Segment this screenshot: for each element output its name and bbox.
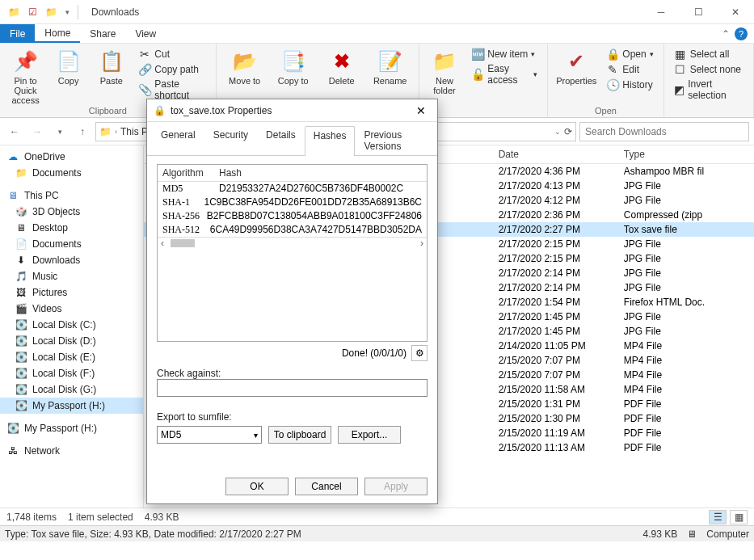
invert-selection-button[interactable]: ◩Invert selection <box>671 78 747 102</box>
hash-row[interactable]: SHA-11C9BC38FA954DD26FE001DD72B35A68913B… <box>158 196 427 209</box>
sidebar-item-desktop[interactable]: 🖥Desktop <box>0 220 143 236</box>
up-button[interactable]: ↑ <box>73 122 92 141</box>
header-type[interactable]: Type <box>617 145 754 163</box>
to-clipboard-button[interactable]: To clipboard <box>268 426 331 444</box>
navigation-pane[interactable]: ☁OneDrive 📁Documents 🖥This PC 🎲3D Object… <box>0 145 144 507</box>
settings-button[interactable]: ⚙ <box>411 345 428 361</box>
sidebar-item-thispc[interactable]: 🖥This PC <box>0 187 143 204</box>
header-hash[interactable]: Hash <box>219 167 242 179</box>
search-input[interactable]: Search Downloads <box>579 122 749 141</box>
forward-button[interactable]: → <box>27 122 47 141</box>
back-button[interactable]: ← <box>5 122 24 141</box>
drive-icon: 💽 <box>15 319 27 331</box>
shortcut-icon: 📎 <box>138 83 151 96</box>
drive-icon: 💽 <box>15 335 27 347</box>
edit-button[interactable]: ✎Edit <box>603 62 656 77</box>
sidebar-item-documents[interactable]: 📁Documents <box>0 165 143 181</box>
info-text: Type: Tox save file, Size: 4.93 KB, Date… <box>5 528 301 540</box>
recent-dropdown[interactable]: ▾ <box>50 122 70 141</box>
sidebar-item-ldf[interactable]: 💽Local Disk (F:) <box>0 365 143 381</box>
folder-icon: 📁 <box>5 5 23 19</box>
sidebar-item-ldc[interactable]: 💽Local Disk (C:) <box>0 317 143 333</box>
collapse-ribbon-icon[interactable]: ⌃ <box>722 28 730 40</box>
new-folder-button[interactable]: 📁 New folder <box>426 47 464 95</box>
hash-list[interactable]: Algorithm Hash MD5D21953327A24D2760C5B73… <box>157 164 428 342</box>
tab-share[interactable]: Share <box>80 24 125 43</box>
sidebar-item-ldg[interactable]: 💽Local Disk (G:) <box>0 381 143 398</box>
dialog-close-button[interactable]: ✕ <box>408 101 434 120</box>
tab-previous-versions[interactable]: Previous Versions <box>355 125 432 155</box>
ribbon-tabs: File Home Share View ⌃ ? <box>0 24 754 44</box>
select-none-button[interactable]: ☐Select none <box>671 62 747 77</box>
paste-button[interactable]: 📋 Paste <box>92 47 130 86</box>
header-algorithm[interactable]: Algorithm <box>162 167 219 179</box>
tab-security[interactable]: Security <box>204 125 257 155</box>
help-icon[interactable]: ? <box>735 27 748 40</box>
close-button[interactable]: ✕ <box>717 0 754 24</box>
select-all-button[interactable]: ▦Select all <box>671 47 747 61</box>
tab-file[interactable]: File <box>0 24 35 43</box>
copy-button[interactable]: 📄 Copy <box>49 47 87 86</box>
header-date[interactable]: Date <box>492 145 617 163</box>
breadcrumb[interactable]: This P <box>120 126 148 137</box>
paste-icon: 📋 <box>99 48 124 74</box>
hash-row[interactable]: SHA-256B2FCBB8D07C138054ABB9A018100C3FF2… <box>158 209 427 223</box>
sidebar-item-mypassport2[interactable]: 💽My Passport (H:) <box>0 420 143 436</box>
selection-count: 1 item selected <box>68 512 133 523</box>
sidebar-item-videos[interactable]: 🎬Videos <box>0 301 143 317</box>
check-against-input[interactable] <box>157 379 428 397</box>
sidebar-item-downloads[interactable]: ⬇Downloads <box>0 252 143 268</box>
apply-button[interactable]: Apply <box>364 478 428 495</box>
rename-button[interactable]: 📝 Rename <box>369 47 412 86</box>
easy-access-button[interactable]: 🔓Easy access▾ <box>468 62 541 86</box>
open-button[interactable]: 🔒Open▾ <box>603 47 656 61</box>
documents-icon: 📄 <box>15 238 27 250</box>
cut-button[interactable]: ✂Cut <box>135 47 209 61</box>
hash-row[interactable]: SHA-5126CA49D99956D38CA3A7427D5147BBD305… <box>158 223 427 237</box>
gear-icon: ⚙ <box>415 347 424 359</box>
ok-button[interactable]: OK <box>225 478 289 495</box>
cancel-button[interactable]: Cancel <box>295 478 358 495</box>
minimize-button[interactable]: ─ <box>642 0 680 24</box>
sidebar-item-pictures[interactable]: 🖼Pictures <box>0 284 143 301</box>
horizontal-scrollbar[interactable]: ‹ › <box>158 237 427 248</box>
refresh-button[interactable]: ⟳ <box>564 126 572 137</box>
sidebar-item-ldd[interactable]: 💽Local Disk (D:) <box>0 333 143 349</box>
sidebar-item-lde[interactable]: 💽Local Disk (E:) <box>0 349 143 365</box>
tab-hashes[interactable]: Hashes <box>305 126 356 156</box>
sidebar-item-music[interactable]: 🎵Music <box>0 268 143 284</box>
sidebar-item-documents2[interactable]: 📄Documents <box>0 236 143 252</box>
music-icon: 🎵 <box>15 271 27 282</box>
folder-icon: 📁 <box>42 5 61 19</box>
history-button[interactable]: 🕓History <box>603 78 656 92</box>
hash-row[interactable]: MD5D21953327A24D2760C5B736DF4B0002C <box>158 182 427 196</box>
sidebar-item-3dobjects[interactable]: 🎲3D Objects <box>0 204 143 220</box>
new-item-button[interactable]: 🆕New item▾ <box>468 47 541 61</box>
tab-view[interactable]: View <box>125 24 166 43</box>
move-to-button[interactable]: 📂 Move to <box>223 47 267 86</box>
properties-button[interactable]: ✔ Properties <box>554 47 598 86</box>
thumbnail-view-button[interactable]: ▦ <box>730 510 748 524</box>
copy-to-button[interactable]: 📑 Copy to <box>272 47 315 86</box>
drive-icon: 💽 <box>15 384 27 395</box>
copy-path-button[interactable]: 🔗Copy path <box>135 62 209 77</box>
drive-icon: 💽 <box>6 423 19 434</box>
tab-home[interactable]: Home <box>35 24 80 43</box>
drive-icon: 💽 <box>15 352 27 363</box>
chevron-down-icon[interactable]: ⌄ <box>554 128 561 136</box>
export-format-select[interactable]: MD5 ▾ <box>157 426 262 444</box>
qat-dropdown-icon[interactable]: ▾ <box>62 6 73 18</box>
pc-icon: 🖥 <box>687 528 697 540</box>
export-button[interactable]: Export... <box>338 426 401 444</box>
sidebar-item-onedrive[interactable]: ☁OneDrive <box>0 149 143 165</box>
tab-details[interactable]: Details <box>257 125 305 155</box>
qat-properties-icon[interactable]: ☑ <box>25 5 40 19</box>
history-icon: 🕓 <box>606 78 619 91</box>
pin-to-quick-access-button[interactable]: 📌 Pin to Quick access <box>6 47 44 105</box>
details-view-button[interactable]: ☰ <box>709 510 727 524</box>
delete-button[interactable]: ✖ Delete <box>320 47 364 86</box>
sidebar-item-mypassport1[interactable]: 💽My Passport (H:) <box>0 398 143 414</box>
tab-general[interactable]: General <box>152 125 204 155</box>
maximize-button[interactable]: ☐ <box>680 0 717 24</box>
sidebar-item-network[interactable]: 🖧Network <box>0 443 143 459</box>
